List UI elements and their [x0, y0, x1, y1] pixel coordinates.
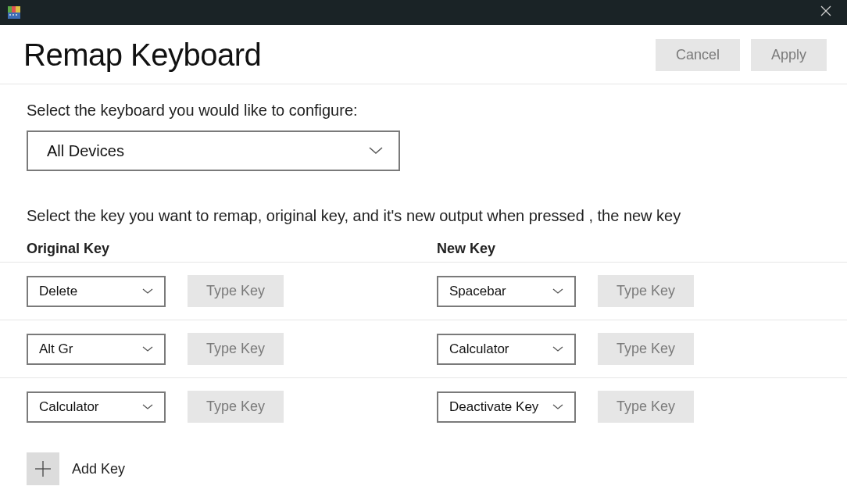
original-key-select[interactable]: Delete: [27, 276, 166, 307]
header: Remap Keyboard Cancel Apply: [0, 25, 847, 84]
mapping-row: Calculator Type Key Deactivate Key Type …: [0, 377, 847, 435]
new-key-value: Calculator: [449, 341, 509, 357]
titlebar: [0, 0, 847, 25]
svg-rect-5: [13, 14, 14, 16]
cell-new: Deactivate Key Type Key: [437, 391, 694, 423]
original-key-select[interactable]: Alt Gr: [27, 334, 166, 365]
col-header-new: New Key: [437, 241, 820, 257]
new-key-select[interactable]: Calculator: [437, 334, 576, 365]
remap-description: Select the key you want to remap, origin…: [27, 207, 820, 225]
mapping-row: Alt Gr Type Key Calculator Type Key: [0, 320, 847, 377]
chevron-down-icon: [551, 288, 565, 295]
cell-original: Calculator Type Key: [27, 391, 437, 423]
app-icon: [8, 6, 20, 19]
chevron-down-icon: [551, 345, 565, 353]
chevron-down-icon: [141, 288, 155, 295]
cell-original: Delete Type Key: [27, 275, 437, 307]
mapping-row: Delete Type Key Spacebar Type Key: [0, 262, 847, 320]
new-key-select[interactable]: Spacebar: [437, 276, 576, 307]
add-key-button[interactable]: [27, 452, 59, 485]
apply-button[interactable]: Apply: [751, 39, 827, 71]
svg-rect-2: [16, 6, 20, 13]
original-key-value: Calculator: [39, 399, 99, 415]
cell-new: Spacebar Type Key: [437, 275, 694, 307]
chevron-down-icon: [551, 403, 565, 411]
header-buttons: Cancel Apply: [656, 39, 827, 71]
new-key-value: Spacebar: [449, 284, 506, 299]
new-key-select[interactable]: Deactivate Key: [437, 391, 576, 423]
type-key-button[interactable]: Type Key: [598, 275, 694, 307]
page-title: Remap Keyboard: [23, 38, 261, 73]
original-key-value: Delete: [39, 284, 77, 299]
content: Select the keyboard you would like to co…: [0, 84, 847, 485]
add-key-row: Add Key: [27, 435, 820, 485]
plus-icon: [34, 460, 52, 477]
original-key-value: Alt Gr: [39, 341, 73, 357]
type-key-button[interactable]: Type Key: [598, 333, 694, 365]
device-instruction: Select the keyboard you would like to co…: [27, 102, 820, 120]
new-key-value: Deactivate Key: [449, 399, 538, 415]
svg-rect-0: [8, 6, 12, 13]
add-key-label: Add Key: [72, 461, 125, 477]
cell-original: Alt Gr Type Key: [27, 333, 437, 365]
svg-rect-6: [16, 14, 17, 16]
device-select-value: All Devices: [47, 142, 124, 160]
close-button[interactable]: [814, 2, 838, 23]
chevron-down-icon: [141, 345, 155, 353]
cell-new: Calculator Type Key: [437, 333, 694, 365]
original-key-select[interactable]: Calculator: [27, 391, 166, 423]
chevron-down-icon: [141, 403, 155, 411]
cancel-button[interactable]: Cancel: [656, 39, 740, 71]
type-key-button[interactable]: Type Key: [598, 391, 694, 423]
col-header-original: Original Key: [27, 241, 437, 257]
column-headers: Original Key New Key: [27, 241, 820, 262]
svg-rect-1: [12, 6, 16, 13]
type-key-button[interactable]: Type Key: [188, 333, 284, 365]
type-key-button[interactable]: Type Key: [188, 391, 284, 423]
chevron-down-icon: [369, 147, 383, 155]
svg-rect-4: [9, 14, 11, 16]
type-key-button[interactable]: Type Key: [188, 275, 284, 307]
device-select[interactable]: All Devices: [27, 130, 400, 171]
